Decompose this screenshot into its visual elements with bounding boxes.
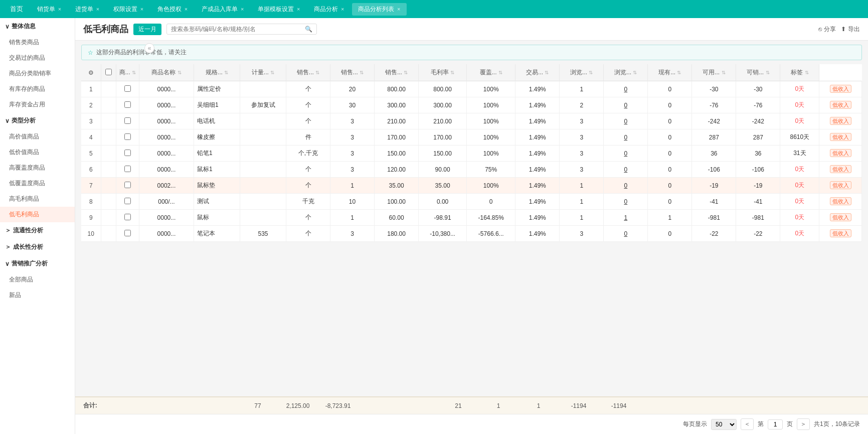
sidebar-item-low-coverage[interactable]: 低覆盖度商品 [0,176,75,191]
nav-home[interactable]: 首页 [4,3,29,16]
col-sales-profit[interactable]: 销售... ⇅ [375,64,419,81]
row-number: 5 [81,146,101,162]
sidebar-group-growth[interactable]: ＞ 成长性分析 [0,239,75,255]
sidebar-item-low-margin[interactable]: 低毛利商品 [0,207,75,222]
footer-sales-profit: -8,723.91 [318,402,358,409]
row-checkbox[interactable] [124,230,131,236]
sidebar-item-high-coverage[interactable]: 高覆盖度商品 [0,160,75,176]
view1-link[interactable]: 0 [624,198,627,205]
view1-link[interactable]: 0 [624,86,627,93]
next-page-btn[interactable]: ＞ [797,418,810,430]
nav-template-setting[interactable]: 单据模板设置 × [252,3,306,16]
view1-link[interactable]: 0 [624,230,627,237]
nav-close-analysis[interactable]: × [341,6,344,12]
page-number-input[interactable] [768,419,783,429]
sidebar-item-high-margin[interactable]: 高毛利商品 [0,191,75,207]
col-tag[interactable]: 标签 ⇅ [780,64,819,81]
search-icon[interactable]: 🔍 [305,26,312,33]
select-all-checkbox[interactable] [105,69,112,75]
nav-sales-order[interactable]: 销货单 × [31,3,67,16]
nav-product-entry[interactable]: 产成品入库单 × [196,3,250,16]
row-view1[interactable]: 0 [604,146,648,162]
col-view1[interactable]: 浏览... ⇅ [560,64,604,81]
nav-purchase-order[interactable]: 进货单 × [69,3,105,16]
view1-link[interactable]: 0 [624,166,627,173]
sidebar-item-sales-goods[interactable]: 销售类商品 [0,35,75,50]
row-trade: 3 [560,226,604,242]
col-available[interactable]: 可用... ⇅ [692,64,736,81]
row-checkbox[interactable] [124,214,131,220]
nav-close-role-auth[interactable]: × [185,6,188,12]
col-sales-qty[interactable]: 销售... ⇅ [286,64,330,81]
row-checkbox[interactable] [124,133,131,140]
view1-link[interactable]: 0 [624,102,627,109]
col-gross-rate[interactable]: 毛利率 ⇅ [419,64,467,81]
col-saleable[interactable]: 可销... ⇅ [736,64,780,81]
sidebar-item-inventory-capital[interactable]: 库存资金占用 [0,97,75,112]
search-input[interactable] [171,26,305,33]
share-icon: ⎋ [818,26,822,33]
view1-link[interactable]: 1 [624,214,627,221]
col-current[interactable]: 现有... ⇅ [648,64,692,81]
row-checkbox[interactable] [124,117,131,124]
col-name[interactable]: 商品名称 ⇅ [139,64,194,81]
row-checkbox[interactable] [124,198,131,204]
row-checkbox[interactable] [124,182,131,188]
col-sales-price[interactable]: 销售... ⇅ [330,64,375,81]
row-view1[interactable]: 0 [604,226,648,242]
nav-close-permission[interactable]: × [140,6,143,12]
row-checkbox[interactable] [124,166,131,172]
sidebar-item-high-value[interactable]: 高价值商品 [0,129,75,144]
sidebar-item-category-sales-rate[interactable]: 商品分类助销率 [0,66,75,81]
col-view2[interactable]: 浏览... ⇅ [604,64,648,81]
col-code[interactable]: 商... ⇅ [116,64,139,81]
nav-close-template[interactable]: × [297,6,300,12]
row-view1[interactable]: 0 [604,81,648,97]
col-spec[interactable]: 规格... ⇅ [194,64,240,81]
row-checkbox[interactable] [124,85,131,92]
date-filter-btn[interactable]: 近一月 [133,24,161,35]
row-view1[interactable]: 0 [604,129,648,146]
sidebar-item-new-goods[interactable]: 新品 [0,287,75,303]
row-view1[interactable]: 1 [604,210,648,226]
sidebar-item-stocked-goods[interactable]: 有库存的商品 [0,81,75,97]
row-current: 287 [692,129,736,146]
row-view1[interactable]: 0 [604,194,648,210]
share-btn[interactable]: ⎋ 分享 [818,25,836,34]
nav-product-analysis[interactable]: 商品分析 × [308,3,350,16]
view1-link[interactable]: 0 [624,118,627,125]
per-page-select[interactable]: 50 20 100 [711,419,737,430]
nav-close-purchase[interactable]: × [96,6,99,12]
sidebar-group-marketing[interactable]: ∨ 营销推广分析 [0,255,75,272]
sidebar-group-overall[interactable]: ∨ 整体信息 [0,18,75,35]
nav-role-auth[interactable]: 角色授权 × [151,3,194,16]
nav-close-sales[interactable]: × [58,6,61,12]
row-checkbox[interactable] [124,101,131,108]
col-settings[interactable]: ⚙ [81,64,101,81]
sidebar-collapse-btn[interactable]: « [144,43,154,53]
row-view1[interactable]: 0 [604,97,648,113]
nav-close-product-entry[interactable]: × [241,6,244,12]
col-unit[interactable]: 计量... ⇅ [240,64,286,81]
view1-link[interactable]: 0 [624,150,627,157]
row-view1[interactable]: 0 [604,113,648,129]
row-view1[interactable]: 0 [604,162,648,178]
nav-close-analysis-list[interactable]: × [397,6,400,12]
row-code: 0000... [139,146,194,162]
sidebar-group-type[interactable]: ∨ 类型分析 [0,112,75,129]
row-view1[interactable]: 0 [604,178,648,194]
col-trade[interactable]: 交易... ⇅ [515,64,560,81]
nav-permission[interactable]: 权限设置 × [107,3,149,16]
prev-page-btn[interactable]: ＜ [741,418,754,430]
chevron-down-icon-3: ∨ [5,260,10,267]
view1-link[interactable]: 0 [624,182,627,189]
sidebar-item-all-goods[interactable]: 全部商品 [0,272,75,287]
export-btn[interactable]: ⬆ 导出 [841,25,860,34]
sidebar-item-traded-goods[interactable]: 交易过的商品 [0,50,75,66]
view1-link[interactable]: 0 [624,134,627,141]
sidebar-group-liquidity[interactable]: ＞ 流通性分析 [0,222,75,239]
nav-product-analysis-list[interactable]: 商品分析列表 × [352,3,406,16]
col-coverage[interactable]: 覆盖... ⇅ [467,64,515,81]
sidebar-item-low-value[interactable]: 低价值商品 [0,144,75,160]
row-checkbox[interactable] [124,150,131,156]
